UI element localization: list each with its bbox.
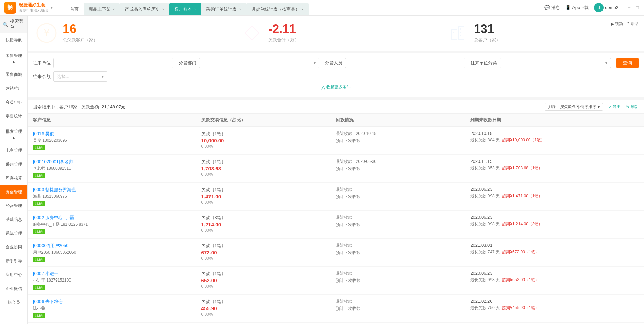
close-icon[interactable]: × (239, 7, 241, 11)
manager-input[interactable] (349, 61, 457, 66)
sidebar-item-newbie-guide[interactable]: 新手引导 (0, 254, 27, 268)
tab-purchase-order[interactable]: 采购订单统计表 × (201, 3, 246, 15)
user-menu[interactable]: d demo2 (594, 3, 618, 12)
customer-name-link[interactable]: [0001020001]李老师 (33, 159, 201, 165)
svg-text:¥: ¥ (44, 27, 49, 38)
filter-select-dept[interactable]: ▾ (199, 58, 319, 68)
close-icon[interactable]: × (302, 7, 304, 11)
sidebar-item-purchase-mgmt[interactable]: 采购管理 (0, 157, 27, 171)
video-link[interactable]: ▶ 视频 (611, 21, 623, 27)
collection-cell: 最近收款 2020-10-15 预计下次收款 (336, 131, 471, 144)
search-button[interactable]: 查询 (616, 58, 639, 68)
debt-cell: 欠款（1笔） 652.00 0.00% (201, 271, 336, 289)
maximize-button[interactable]: □ (635, 5, 640, 10)
filter-label-dept: 分管部门 (179, 60, 196, 66)
sidebar-item-enterprise-wechat[interactable]: 企业微信 (0, 282, 27, 296)
sidebar-item-basic-info[interactable]: 基础信息 (0, 213, 27, 227)
tab-home[interactable]: 首页 (65, 3, 84, 15)
sidebar-item-system-mgmt[interactable]: 系统管理 (0, 227, 27, 240)
close-icon[interactable]: × (194, 7, 196, 11)
results-bar: 搜索结果中，客户16家 欠款金额 -21,148.07元 排序：按欠款金额倒序排… (28, 100, 644, 114)
window-controls: － □ (626, 5, 640, 10)
customer-tag: 现销 (33, 145, 45, 150)
tab-customer-account[interactable]: 客户账本 × (169, 3, 201, 15)
debt-cell: 欠款（1笔） 672.00 0.00% (201, 243, 336, 261)
customer-name-link[interactable]: [0016]吴俊 (33, 131, 201, 137)
table-header: 客户信息 欠款交易信息（占比） 回款情况 到期未收款日期 (28, 114, 644, 127)
tab-purchase-stats[interactable]: 进货单统计表（按商品） × (246, 3, 309, 15)
partner-input[interactable] (57, 61, 165, 66)
sidebar-item-member-center[interactable]: 会员中心 (0, 95, 27, 109)
debt-cell: 欠款（1笔） 455.90 0.00% (201, 299, 336, 317)
overdue-cell: 2020.06.23 最长欠款 998 天 超期¥652.00（1笔） (470, 271, 639, 283)
dropdown-icon[interactable]: ▾ (51, 5, 53, 10)
sort-select[interactable]: 排序：按欠款金额倒序排序 ▾ (545, 103, 603, 111)
sidebar-item-retail-mall[interactable]: 零售商城 (0, 68, 27, 82)
stat-icon-yuan: ¥ (36, 22, 57, 44)
sidebar-item-finance[interactable]: 资金管理 (0, 185, 27, 199)
user-name: demo2 (605, 5, 618, 10)
refresh-button[interactable]: ↻ 刷新 (626, 104, 639, 110)
stat-card-total-customers: 131 总客户（家） ▶ 视频 ? 帮助 (439, 16, 644, 51)
filter-item-partner: 往来单位 ··· (33, 58, 173, 68)
customer-name-link[interactable]: [0007]小进干 (33, 271, 201, 277)
sidebar-item-enterprise-collab[interactable]: 企业协同 (0, 240, 27, 254)
sidebar-item-wholesale-mgmt[interactable]: 批发管理 ▲ (0, 125, 27, 144)
help-link[interactable]: ? 帮助 (627, 21, 639, 27)
customer-name-link[interactable]: [0006]去下粮仓 (33, 299, 201, 305)
customer-cell: [000002]用户2050 用户2050 18665062050 现销 (33, 243, 201, 262)
col-collection: 回款情况 (336, 117, 471, 123)
filter-label-partner: 往来单位 (33, 60, 51, 66)
filter-input-partner[interactable]: ··· (53, 58, 173, 68)
minimize-button[interactable]: － (626, 5, 632, 10)
stat-icon-building (447, 22, 469, 44)
customer-name-link[interactable]: [0003]畅捷服务尹海燕 (33, 187, 201, 193)
filter-select-category[interactable]: ▾ (500, 58, 611, 68)
sidebar-item-marketing[interactable]: 营销推广 (0, 82, 27, 95)
svg-rect-3 (452, 30, 457, 40)
app-download-button[interactable]: 📱 App下载 (565, 5, 589, 11)
app-download-label: App下载 (572, 5, 589, 11)
search-menu[interactable]: 🔍 搜索菜单 (0, 16, 27, 33)
close-icon[interactable]: × (113, 7, 115, 11)
message-button[interactable]: 💬 消息 (544, 5, 560, 11)
export-button[interactable]: ↗ 导出 (608, 104, 621, 110)
search-menu-label: 搜索菜单 (10, 18, 25, 30)
sidebar-item-inventory[interactable]: 库存核算 (0, 171, 27, 185)
tab-production-history[interactable]: 产成品入库单历史 × (120, 3, 169, 15)
top-right: 💬 消息 📱 App下载 d demo2 － □ (544, 3, 640, 12)
filter-select-balance[interactable]: 选择... ▾ (53, 71, 107, 82)
customer-tag: 现销 (33, 201, 45, 206)
sidebar-divider2 (0, 124, 27, 124)
svg-rect-6 (460, 28, 461, 30)
filter-label-balance: 往来余额 (33, 73, 51, 80)
collapse-bar[interactable]: ⋀ 收起更多条件 (33, 82, 639, 93)
filter-row-1: 往来单位 ··· 分管部门 ▾ 分管人员 (33, 58, 639, 68)
top-tabs: 首页 商品上下架 × 产成品入库单历史 × 客户账本 × 采购订单统计表 × 进… (65, 0, 544, 15)
overdue-cell: 2020.06.23 最长欠款 998 天 超期¥1,471.00（1笔） (470, 187, 639, 199)
stat-label-total-customers: 总客户（家） (474, 37, 500, 43)
results-amount: 欠款金额 -21,148.07元 (81, 104, 125, 109)
customer-cell: [0006]去下粮仓 陈小希 现销 (33, 299, 201, 318)
customer-name-link[interactable]: [000002]用户2050 (33, 243, 201, 249)
results-text: 搜索结果中，客户16家 欠款金额 -21,148.07元 (33, 104, 125, 110)
stat-info-total-customers: 131 总客户（家） (474, 23, 500, 43)
table-row: [0016]吴俊 吴俊 13026203696 现销 欠款（1笔） 10,000… (28, 127, 644, 155)
tab-product-listing[interactable]: 商品上下架 × (84, 3, 120, 15)
table-row: [0007]小进干 小进干 18279152100 现销 欠款（1笔） 652.… (28, 267, 644, 295)
sidebar-item-quick-nav[interactable]: 快捷导航 (0, 33, 27, 47)
sidebar-item-operations[interactable]: 经营管理 (0, 199, 27, 213)
sidebar-item-app-center[interactable]: 应用中心 (0, 268, 27, 282)
filter-input-manager[interactable]: ··· (345, 58, 465, 68)
customer-cell: [0001020001]李老师 李老师 18600391516 现销 (33, 159, 201, 178)
logo-text: 畅捷通好生意 (19, 2, 49, 8)
stat-label-debt-customers: 总欠款客户（家） (63, 37, 98, 43)
close-icon[interactable]: × (162, 7, 164, 11)
stat-number-debt-customers: 16 (63, 23, 98, 35)
customer-name-link[interactable]: [0002]服务中心_丁磊 (33, 215, 201, 221)
sidebar-item-retail-stats[interactable]: 零售统计 (0, 109, 27, 123)
search-icon: 🔍 (3, 22, 8, 27)
sidebar-item-retail-mgmt[interactable]: 零售管理 ▲ (0, 49, 27, 68)
sidebar-item-ecommerce[interactable]: 电商管理 (0, 144, 27, 157)
sidebar-item-changhui[interactable]: 畅会员 (0, 296, 27, 310)
